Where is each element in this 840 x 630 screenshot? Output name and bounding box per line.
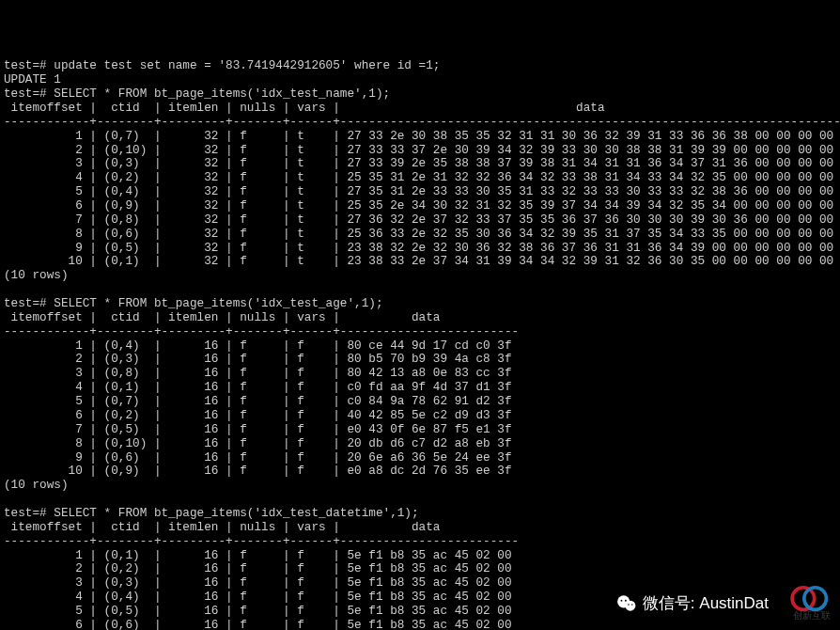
watermark-text: 微信号: AustinDat <box>643 594 769 613</box>
wechat-icon <box>616 594 637 613</box>
brand-logo: 创新互联 <box>784 585 840 622</box>
svg-point-1 <box>625 601 635 611</box>
svg-point-3 <box>625 600 627 602</box>
svg-point-4 <box>628 604 630 606</box>
watermark: 微信号: AustinDat 创新互联 <box>616 585 840 622</box>
svg-point-2 <box>620 600 622 602</box>
terminal-output: test=# update test set name = '83.741944… <box>4 59 836 630</box>
svg-text:创新互联: 创新互联 <box>793 610 831 621</box>
svg-point-5 <box>631 604 633 606</box>
